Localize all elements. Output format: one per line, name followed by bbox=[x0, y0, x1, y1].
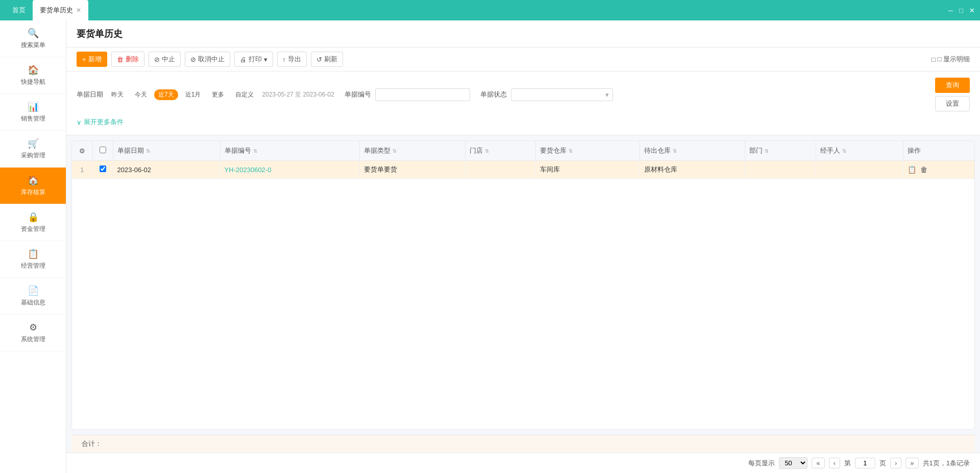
col-doc-date[interactable]: 单据日期 ⇅ bbox=[113, 141, 220, 161]
row-checkbox[interactable] bbox=[100, 165, 106, 172]
doc-number-input[interactable] bbox=[375, 88, 470, 101]
print-icon: 🖨 bbox=[240, 56, 247, 63]
row-doc-number-link[interactable]: YH-20230602-0 bbox=[225, 166, 272, 174]
refresh-icon: ↺ bbox=[316, 56, 322, 63]
page-size-label: 每页显示 bbox=[748, 459, 775, 468]
sidebar-item-inventory-label: 库存核算 bbox=[21, 188, 45, 197]
date-last7-btn[interactable]: 近7天 bbox=[154, 89, 178, 100]
row-doc-type-cell: 要货单要货 bbox=[360, 161, 465, 179]
col-store-sort-icon: ⇅ bbox=[485, 148, 489, 154]
col-req-warehouse-label: 要货仓库 bbox=[540, 146, 567, 155]
refresh-button[interactable]: ↺ 刷新 bbox=[311, 52, 343, 67]
operations-icon: 📋 bbox=[28, 248, 39, 259]
col-req-warehouse[interactable]: 要货仓库 ⇅ bbox=[536, 141, 640, 161]
first-page-btn[interactable]: « bbox=[812, 458, 824, 468]
page-number-input[interactable] bbox=[855, 458, 875, 468]
col-handler[interactable]: 经手人 ⇅ bbox=[816, 141, 903, 161]
col-store[interactable]: 门店 ⇅ bbox=[465, 141, 535, 161]
sidebar-item-operations[interactable]: 📋 经营管理 bbox=[0, 241, 66, 278]
tab-requisition-label: 要货单历史 bbox=[40, 6, 73, 15]
sidebar-item-quick-nav[interactable]: 🏠 快捷导航 bbox=[0, 57, 66, 94]
show-detail-toggle[interactable]: □ □ 显示明细 bbox=[932, 55, 970, 64]
sidebar-item-basic-info[interactable]: 📄 基础信息 bbox=[0, 278, 66, 315]
show-detail-label: □ 显示明细 bbox=[938, 55, 970, 64]
date-today-btn[interactable]: 今天 bbox=[131, 89, 151, 100]
col-doc-number-sort-icon: ⇅ bbox=[253, 148, 257, 154]
delete-icon: 🗑 bbox=[117, 56, 124, 63]
expand-filter-icon: ∨ bbox=[77, 119, 82, 126]
col-dept-sort-icon: ⇅ bbox=[765, 148, 769, 154]
purchase-icon: 🛒 bbox=[28, 138, 39, 149]
delete-button[interactable]: 🗑 删除 bbox=[111, 52, 144, 67]
sidebar-item-search-menu-label: 搜索菜单 bbox=[21, 41, 45, 50]
stop-label: 中止 bbox=[162, 55, 175, 64]
col-doc-type-sort-icon: ⇅ bbox=[393, 148, 397, 154]
prev-page-btn[interactable]: ‹ bbox=[829, 458, 840, 468]
sidebar-item-inventory[interactable]: 🏠 库存核算 bbox=[0, 168, 66, 204]
query-button[interactable]: 查询 bbox=[935, 78, 970, 93]
col-pending-warehouse[interactable]: 待出仓库 ⇅ bbox=[640, 141, 745, 161]
row-delete-icon[interactable]: 🗑 bbox=[920, 165, 927, 174]
date-more-btn[interactable]: 更多 bbox=[208, 89, 228, 100]
print-label: 打印 bbox=[249, 55, 262, 64]
total-info: 共1页，1条记录 bbox=[923, 459, 970, 468]
total-label: 合计： bbox=[82, 439, 102, 448]
sidebar-item-system[interactable]: ⚙ 系统管理 bbox=[0, 315, 66, 351]
page-goto-label: 第 bbox=[844, 459, 851, 468]
col-store-label: 门店 bbox=[470, 146, 483, 155]
col-settings[interactable]: ⚙ bbox=[72, 141, 92, 161]
inventory-icon: 🏠 bbox=[28, 175, 39, 186]
doc-status-select[interactable] bbox=[511, 88, 613, 101]
window-maximize-btn[interactable]: □ bbox=[959, 7, 963, 14]
row-edit-icon[interactable]: 📋 bbox=[908, 165, 916, 174]
col-doc-type[interactable]: 单据类型 ⇅ bbox=[360, 141, 465, 161]
table-header-row: ⚙ 单据日期 ⇅ 单据编号 bbox=[72, 141, 974, 161]
page-size-select[interactable]: 20 50 100 200 bbox=[779, 457, 807, 469]
date-last-month-btn[interactable]: 近1月 bbox=[181, 89, 205, 100]
date-filter-label: 单据日期 bbox=[77, 90, 103, 99]
row-doc-number-cell: YH-20230602-0 bbox=[220, 161, 360, 179]
sales-icon: 📊 bbox=[28, 101, 39, 112]
tab-close-icon[interactable]: ✕ bbox=[76, 7, 81, 14]
table-body: 1 2023-06-02 YH-20230602-0 要货单要货 车间库 原材料… bbox=[72, 161, 974, 179]
filter-actions: 查询 设置 bbox=[935, 78, 970, 111]
col-doc-number[interactable]: 单据编号 ⇅ bbox=[220, 141, 360, 161]
next-page-btn[interactable]: › bbox=[890, 458, 901, 468]
new-button[interactable]: + 新增 bbox=[77, 52, 107, 67]
window-minimize-btn[interactable]: ─ bbox=[948, 7, 953, 14]
export-button[interactable]: ↑ 导出 bbox=[277, 52, 307, 67]
export-icon: ↑ bbox=[283, 56, 286, 63]
print-button[interactable]: 🖨 打印 ▾ bbox=[234, 52, 273, 67]
sidebar-item-purchase[interactable]: 🛒 采购管理 bbox=[0, 131, 66, 168]
sidebar-item-search-menu[interactable]: 🔍 搜索菜单 bbox=[0, 20, 66, 57]
new-icon: + bbox=[82, 56, 86, 63]
filter-settings-button[interactable]: 设置 bbox=[935, 96, 970, 111]
date-yesterday-btn[interactable]: 昨天 bbox=[107, 89, 128, 100]
last-page-btn[interactable]: » bbox=[905, 458, 918, 468]
filter-date: 单据日期 昨天 今天 近7天 近1月 更多 自定义 2023-05-27 至 2… bbox=[77, 89, 334, 100]
col-dept[interactable]: 部门 ⇅ bbox=[745, 141, 816, 161]
row-dept-cell bbox=[745, 161, 816, 179]
window-close-btn[interactable]: ✕ bbox=[969, 7, 975, 14]
row-action-icons: 📋 🗑 bbox=[908, 165, 970, 174]
search-menu-icon: 🔍 bbox=[28, 28, 39, 39]
table-row[interactable]: 1 2023-06-02 YH-20230602-0 要货单要货 车间库 原材料… bbox=[72, 161, 974, 179]
col-pending-warehouse-sort-icon: ⇅ bbox=[673, 148, 677, 154]
col-handler-label: 经手人 bbox=[820, 146, 840, 155]
col-doc-type-label: 单据类型 bbox=[364, 146, 390, 155]
cancel-stop-button[interactable]: ⊘ 取消中止 bbox=[185, 52, 230, 67]
refresh-label: 刷新 bbox=[324, 55, 337, 64]
sidebar-item-sales-label: 销售管理 bbox=[21, 114, 45, 123]
sidebar-item-sales[interactable]: 📊 销售管理 bbox=[0, 94, 66, 131]
sidebar-item-finance[interactable]: 🔒 资金管理 bbox=[0, 204, 66, 241]
tab-home[interactable]: 首页 bbox=[5, 0, 33, 20]
select-all-checkbox[interactable] bbox=[100, 147, 106, 153]
stop-button[interactable]: ⊘ 中止 bbox=[149, 52, 181, 67]
sidebar-item-purchase-label: 采购管理 bbox=[21, 151, 45, 160]
finance-icon: 🔒 bbox=[28, 211, 39, 223]
export-label: 导出 bbox=[288, 55, 301, 64]
tab-requisition-history[interactable]: 要货单历史 ✕ bbox=[33, 0, 88, 20]
date-custom-btn[interactable]: 自定义 bbox=[231, 89, 258, 100]
expand-filter-toggle[interactable]: ∨ 展开更多条件 bbox=[77, 115, 970, 129]
row-action-cell: 📋 🗑 bbox=[903, 161, 974, 179]
